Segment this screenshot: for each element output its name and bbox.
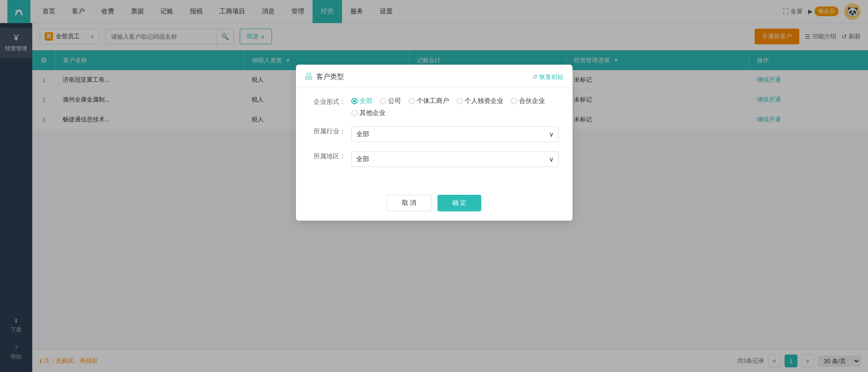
enterprise-form-row: 企业形式： 全部公司个体工商户个人独资企业合伙企业其他企业	[310, 97, 559, 117]
cancel-button[interactable]: 取 消	[387, 195, 432, 211]
industry-select[interactable]: 全部 ∨	[351, 126, 559, 142]
enterprise-option[interactable]: 全部	[351, 97, 372, 105]
modal-overlay: 品 客户类型 ↺ 恢复初始 企业形式： 全部公司个体工商户个人独资企业合伙企业其…	[0, 0, 868, 372]
industry-label: 所属行业：	[310, 126, 351, 136]
enterprise-option[interactable]: 其他企业	[351, 109, 385, 117]
region-content: 全部 ∨	[351, 151, 559, 167]
modal-header: 品 客户类型 ↺ 恢复初始	[296, 65, 573, 88]
modal-title: 客户类型	[316, 72, 344, 81]
industry-form-row: 所属行业： 全部 ∨	[310, 126, 559, 142]
modal-icon: 品	[305, 72, 313, 82]
restore-button[interactable]: ↺ 恢复初始	[532, 73, 563, 81]
radio-dot	[511, 98, 517, 104]
enterprise-option[interactable]: 合伙企业	[511, 97, 545, 105]
industry-content: 全部 ∨	[351, 126, 559, 142]
radio-dot	[456, 98, 463, 104]
region-form-row: 所属地区： 全部 ∨	[310, 151, 559, 167]
restore-icon: ↺	[532, 73, 537, 80]
modal-title-row: 品 客户类型	[305, 72, 344, 82]
enterprise-option[interactable]: 公司	[380, 97, 401, 105]
enterprise-option[interactable]: 个体工商户	[408, 97, 449, 105]
enterprise-option[interactable]: 个人独资企业	[456, 97, 503, 105]
modal-body: 企业形式： 全部公司个体工商户个人独资企业合伙企业其他企业 所属行业： 全部 ∨…	[296, 88, 573, 187]
chevron-down-icon: ∨	[549, 156, 554, 163]
radio-dot	[351, 110, 358, 116]
confirm-button[interactable]: 确 定	[437, 195, 482, 211]
enterprise-options: 全部公司个体工商户个人独资企业合伙企业其他企业	[351, 97, 559, 117]
chevron-down-icon: ∨	[549, 131, 554, 138]
region-select[interactable]: 全部 ∨	[351, 151, 559, 167]
modal-footer: 取 消 确 定	[296, 187, 573, 221]
enterprise-form-label: 企业形式：	[310, 97, 351, 106]
region-label: 所属地区：	[310, 151, 351, 161]
filter-modal: 品 客户类型 ↺ 恢复初始 企业形式： 全部公司个体工商户个人独资企业合伙企业其…	[296, 65, 573, 221]
radio-dot	[380, 98, 386, 104]
radio-dot	[351, 98, 358, 104]
radio-dot	[408, 98, 415, 104]
